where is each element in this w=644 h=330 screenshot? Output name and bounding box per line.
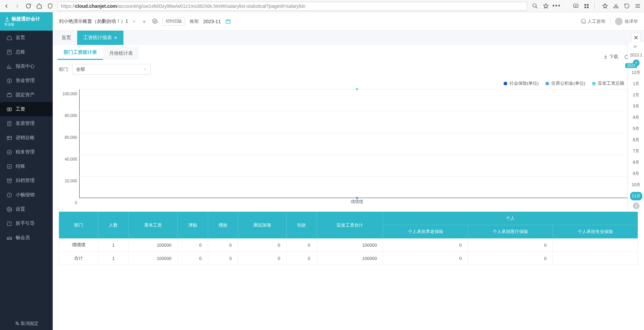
month-11月[interactable]: 11月 <box>630 192 642 200</box>
chevron-down-icon <box>132 19 136 24</box>
legend-item[interactable]: 住房公积金(单位) <box>545 80 585 86</box>
inout-icon <box>6 135 12 141</box>
sidebar-item-home[interactable]: 首页 <box>0 31 53 45</box>
sidebar-item-chart[interactable]: 报表中心 <box>0 59 53 73</box>
y-tick: 60,000 <box>65 135 77 140</box>
y-tick: 0 <box>75 200 77 205</box>
svg-rect-4 <box>584 6 586 8</box>
table-row: 嘿嘿嘿1100000000010000000 <box>59 238 638 252</box>
reload-icon[interactable] <box>25 3 31 9</box>
back-icon[interactable] <box>3 3 10 9</box>
month-7月[interactable]: 7月 <box>628 147 644 155</box>
menu-icon[interactable] <box>634 3 641 9</box>
col-header: 扣款 <box>286 212 317 238</box>
col-group-header: 个人 <box>383 212 638 225</box>
svg-rect-11 <box>7 108 12 111</box>
svg-rect-18 <box>7 180 11 183</box>
sidebar-pin-toggle[interactable]: 取消固定 <box>0 317 53 330</box>
download-button[interactable]: 下载 <box>603 54 618 60</box>
month-2月[interactable]: 2月 <box>628 91 644 99</box>
month-1月[interactable]: 1月 <box>628 80 644 88</box>
chart-area: 社会保险(单位)住房公积金(单位)应发工资总额 020,00040,00060,… <box>53 79 644 205</box>
sidebar-item-money[interactable]: 资金管理 <box>0 73 53 88</box>
period-label: 账期 <box>190 18 199 24</box>
col-subheader: 个人承担失业保险 <box>553 225 638 238</box>
tab-0[interactable]: 首页 <box>55 31 77 45</box>
legend-item[interactable]: 社会保险(单位) <box>504 80 539 86</box>
salary-icon <box>6 106 12 112</box>
sidebar-item-inout[interactable]: 进销台账 <box>0 131 53 145</box>
month-5月[interactable]: 5月 <box>628 125 644 133</box>
shield-icon[interactable] <box>47 3 53 9</box>
collapse-icon[interactable] <box>633 44 640 51</box>
month-10月[interactable]: 10月 <box>628 181 644 189</box>
y-tick: 100,000 <box>63 92 77 96</box>
col-header: 人数 <box>98 212 129 238</box>
sidebar-item-invoice[interactable]: 发票管理 <box>0 116 53 131</box>
double-down-icon[interactable] <box>633 202 640 209</box>
book-icon <box>6 49 12 55</box>
col-header: 测试加项 <box>238 212 286 238</box>
sidebar-item-settings[interactable]: 设置 <box>0 202 53 216</box>
main: 刘小艳演示账套（勿删勿动！）1 ＋ 切到旧版 账期 2023-11 人工咨询 徐… <box>53 12 644 330</box>
close-icon[interactable]: ✕ <box>631 33 641 43</box>
grid-line <box>79 154 634 155</box>
col-subheader: 个人承担养老保险 <box>383 225 468 238</box>
guide-icon <box>6 220 12 227</box>
chart-icon <box>6 63 12 69</box>
switch-old-button[interactable]: 切到旧版 <box>163 17 185 26</box>
subtab-0[interactable]: 部门工资统计表 <box>57 46 103 60</box>
svg-rect-2 <box>584 4 586 6</box>
subtabs-row: 部门工资统计表月份统计表 下载 刷新 <box>53 45 644 60</box>
month-12月[interactable]: 12月 <box>628 68 644 77</box>
gear-icon[interactable] <box>152 18 158 24</box>
sidebar-item-close[interactable]: 结账 <box>0 159 53 174</box>
month-8月[interactable]: 8月 <box>628 158 644 167</box>
month-rail: 2023.1 2023 12月1月2月3月4月5月6月7月8月9月10月11月 <box>628 42 644 210</box>
undo-icon[interactable] <box>624 3 630 9</box>
sidebar-item-guide[interactable]: 新手引导 <box>0 216 53 231</box>
add-icon[interactable]: ＋ <box>141 17 147 26</box>
bookmark-star-icon[interactable] <box>602 3 608 9</box>
cut-icon[interactable] <box>613 3 619 9</box>
home-icon[interactable] <box>36 3 42 9</box>
star-icon[interactable] <box>543 3 549 9</box>
month-9月[interactable]: 9月 <box>628 169 644 178</box>
salary-table: 部门人数基本工资津贴绩效测试加项扣款应发工资合计个人个人承担养老保险个人承担医疗… <box>59 212 638 265</box>
sidebar-item-vip[interactable]: 畅会员 <box>0 231 53 245</box>
sidebar-item-archive[interactable]: 归档管理 <box>0 174 53 188</box>
calendar-icon[interactable] <box>225 19 231 24</box>
sidebar-item-book[interactable]: 总账 <box>0 45 53 59</box>
more-icon[interactable]: ••• <box>554 3 560 9</box>
browser-right-icons: ••• <box>532 3 641 10</box>
sidebar-item-salary[interactable]: 工资 <box>0 102 53 116</box>
dept-select[interactable]: 全部 <box>72 64 151 75</box>
month-4月[interactable]: 4月 <box>628 113 644 122</box>
user-menu[interactable]: 徐泽华 <box>610 18 638 25</box>
svg-rect-3 <box>587 4 589 6</box>
close-icon[interactable]: ✕ <box>114 35 117 40</box>
account-selector[interactable]: 刘小艳演示账套（勿删勿动！）1 <box>59 18 136 24</box>
subtab-1[interactable]: 月份统计表 <box>103 47 139 60</box>
tab-1[interactable]: 工资统计报表✕ <box>77 31 123 45</box>
url-field[interactable]: https://cloud.chanjet.com/accounting/uw1… <box>58 2 527 11</box>
month-6月[interactable]: 6月 <box>628 136 644 144</box>
period-value: 2023-11 <box>203 19 221 24</box>
sidebar-item-asset[interactable]: 固定资产 <box>0 88 53 102</box>
legend-item[interactable]: 应发工资总额 <box>592 80 624 86</box>
sidebar-item-report[interactable]: 小畅报销 <box>0 188 53 202</box>
sidebar-item-tax[interactable]: 税务管理 <box>0 145 53 159</box>
pocket-icon[interactable] <box>573 3 579 9</box>
dept-label: 部门: <box>59 66 69 72</box>
year-badge: 2023 <box>625 63 637 68</box>
forward-icon[interactable] <box>14 3 20 9</box>
app-logo: 畅捷通好会计 专业版 <box>0 12 53 31</box>
svg-rect-8 <box>7 50 11 54</box>
y-tick: 80,000 <box>65 113 77 118</box>
help-link[interactable]: 人工咨询 <box>580 18 605 24</box>
page-tabs: 首页工资统计报表✕ ✕ <box>53 31 644 45</box>
grid-line <box>79 133 634 133</box>
month-3月[interactable]: 3月 <box>628 102 644 111</box>
apps-icon[interactable] <box>583 3 590 9</box>
search-icon[interactable] <box>532 3 538 9</box>
